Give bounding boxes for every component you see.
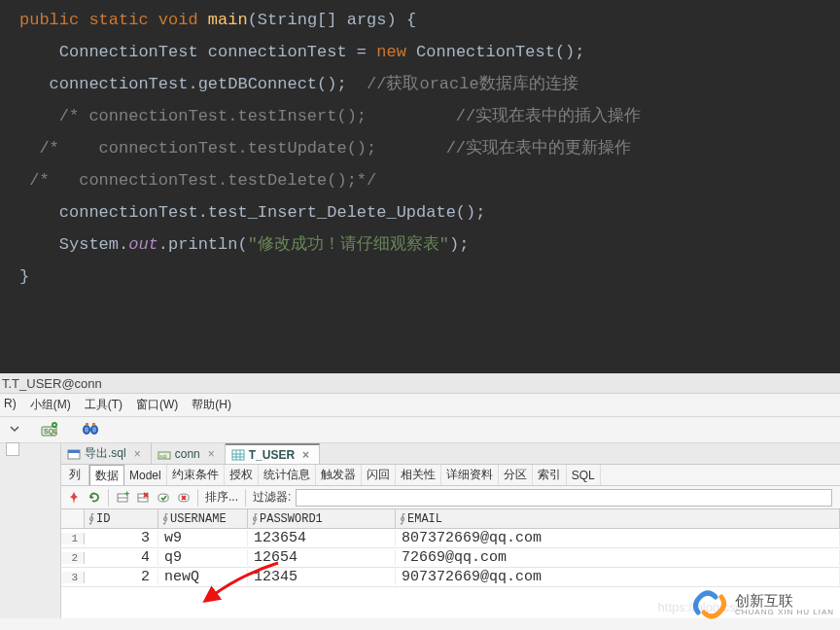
subtab-grants[interactable]: 授权 — [225, 465, 259, 485]
watermark: 创新互联 CHUANG XIN HU LIAN — [688, 583, 834, 626]
tab-conn[interactable]: sql conn × — [152, 443, 226, 464]
svg-rect-13 — [232, 450, 244, 460]
svg-rect-8 — [92, 423, 95, 426]
sort-button[interactable]: 排序... — [203, 489, 240, 506]
svg-rect-7 — [86, 423, 88, 426]
cell-pass[interactable]: 12654 — [248, 549, 396, 566]
rownum: 2 — [61, 552, 85, 564]
code-line: } — [0, 261, 840, 293]
svg-text:+: + — [124, 491, 129, 499]
menu-window[interactable]: 窗口(W) — [136, 397, 178, 413]
subtab-data[interactable]: 数据 — [89, 465, 124, 485]
sql-conn-icon: sql — [158, 448, 171, 460]
column-icon: ∮ — [400, 511, 405, 526]
cell-id[interactable]: 3 — [85, 530, 158, 546]
col-id[interactable]: ∮ID — [85, 509, 158, 528]
toolbar: SQL — [0, 417, 840, 443]
code-line: System.out.println("修改成功！请仔细观察表"); — [0, 228, 840, 261]
code-line: connectionTest.test_Insert_Delete_Update… — [0, 196, 840, 228]
col-password[interactable]: ∮PASSWORD1 — [248, 509, 396, 528]
column-icon: ∮ — [162, 511, 168, 526]
subtab-details[interactable]: 详细资料 — [441, 465, 499, 485]
tab-t-user[interactable]: T_USER × — [226, 443, 320, 464]
kw-static: static — [88, 11, 158, 29]
col-email[interactable]: ∮EMAIL — [396, 509, 840, 528]
data-grid[interactable]: ∮ID ∮USERNAME ∮PASSWORD1 ∮EMAIL 1 3 w9 1… — [61, 509, 840, 587]
code-editor[interactable]: public static void main(String[] args) {… — [0, 0, 840, 373]
close-icon[interactable]: × — [302, 448, 309, 462]
code-line: public static void main(String[] args) { — [0, 4, 840, 36]
cell-id[interactable]: 2 — [85, 569, 158, 585]
db-tool: T.T_USER@conn R) 小组(M) 工具(T) 窗口(W) 帮助(H)… — [0, 373, 840, 630]
filter-input[interactable] — [296, 489, 832, 507]
svg-rect-10 — [68, 450, 80, 453]
subtab-stats[interactable]: 统计信息 — [259, 465, 316, 485]
code-line: connectionTest.getDBConnect(); //获取oracl… — [0, 68, 840, 100]
commit-icon[interactable] — [155, 489, 172, 507]
subtab-sql[interactable]: SQL — [567, 465, 601, 485]
tab-export-sql[interactable]: 导出.sql × — [61, 443, 152, 464]
menu-group[interactable]: 小组(M) — [30, 397, 71, 413]
field-out: out — [128, 235, 158, 254]
column-icon: ∮ — [252, 511, 258, 526]
kw-public: public — [19, 11, 88, 29]
svg-point-5 — [85, 427, 88, 433]
subtab-model[interactable]: Model — [124, 465, 167, 485]
subtab-triggers[interactable]: 触发器 — [316, 465, 362, 485]
subtab-index[interactable]: 索引 — [533, 465, 567, 485]
cell-user[interactable]: q9 — [158, 549, 248, 566]
subtab-columns[interactable]: 列 — [61, 465, 89, 485]
comment: /* connectionTest.testUpdate(); //实现在表中的… — [19, 139, 631, 158]
comment: /* connectionTest.testDelete();*/ — [19, 171, 376, 190]
code-line: /* connectionTest.testInsert(); //实现在表中的… — [0, 100, 840, 132]
table-icon — [231, 449, 245, 461]
file-tabs: 导出.sql × sql conn × T_USER × — [61, 443, 840, 465]
code-line: ConnectionTest connectionTest = new Conn… — [0, 36, 840, 68]
cell-user[interactable]: w9 — [158, 530, 248, 546]
table-row[interactable]: 1 3 w9 123654 807372669@qq.com — [61, 529, 840, 548]
cell-id[interactable]: 4 — [85, 549, 158, 566]
watermark-logo-icon — [688, 583, 731, 626]
rownum: 3 — [61, 572, 85, 583]
sql-file-icon — [67, 448, 81, 460]
refresh-icon[interactable] — [86, 489, 103, 507]
rownum: 1 — [61, 533, 85, 544]
svg-point-6 — [92, 427, 96, 433]
fn-main: main — [208, 11, 248, 29]
delete-row-icon[interactable] — [134, 489, 152, 507]
insert-row-icon[interactable]: + — [114, 489, 131, 507]
dropdown-arrow-icon[interactable] — [10, 424, 19, 434]
subtab-constraints[interactable]: 约束条件 — [167, 465, 225, 485]
rollback-icon[interactable] — [175, 489, 192, 507]
subtab-deps[interactable]: 相关性 — [396, 465, 441, 485]
menu-help[interactable]: 帮助(H) — [192, 397, 231, 413]
menu-tools[interactable]: 工具(T) — [85, 397, 122, 413]
table-row[interactable]: 2 4 q9 12654 72669@qq.com — [61, 548, 840, 568]
close-icon[interactable]: × — [134, 447, 141, 461]
comment: //获取oracle数据库的连接 — [367, 75, 578, 93]
cell-user[interactable]: newQ — [158, 569, 248, 585]
close-icon[interactable]: × — [208, 447, 215, 461]
kw-void: void — [158, 11, 208, 29]
ruler-handle-icon[interactable] — [6, 442, 19, 456]
grid-header: ∮ID ∮USERNAME ∮PASSWORD1 ∮EMAIL — [61, 509, 840, 529]
svg-text:SQL: SQL — [44, 428, 58, 436]
cell-mail[interactable]: 807372669@qq.com — [396, 530, 840, 546]
col-rownum — [61, 509, 85, 528]
cell-pass[interactable]: 123654 — [248, 530, 396, 546]
cell-pass[interactable]: 12345 — [248, 569, 396, 585]
cell-mail[interactable]: 72669@qq.com — [396, 549, 840, 566]
subtab-partition[interactable]: 分区 — [499, 465, 533, 485]
menu-r[interactable]: R) — [4, 397, 17, 413]
menu-bar: R) 小组(M) 工具(T) 窗口(W) 帮助(H) — [0, 394, 840, 417]
binoculars-icon[interactable] — [82, 422, 99, 436]
svg-text:sql: sql — [159, 453, 167, 459]
grid-body: 1 3 w9 123654 807372669@qq.com 2 4 q9 12… — [61, 529, 840, 587]
col-username[interactable]: ∮USERNAME — [158, 509, 248, 528]
pin-icon[interactable] — [65, 489, 83, 507]
sig: (String[] args) { — [248, 11, 416, 29]
filter-row: + 排序... 过滤器: — [61, 486, 840, 509]
sql-run-icon[interactable]: SQL — [41, 421, 60, 437]
column-icon: ∮ — [88, 511, 94, 526]
subtab-flashback[interactable]: 闪回 — [362, 465, 396, 485]
